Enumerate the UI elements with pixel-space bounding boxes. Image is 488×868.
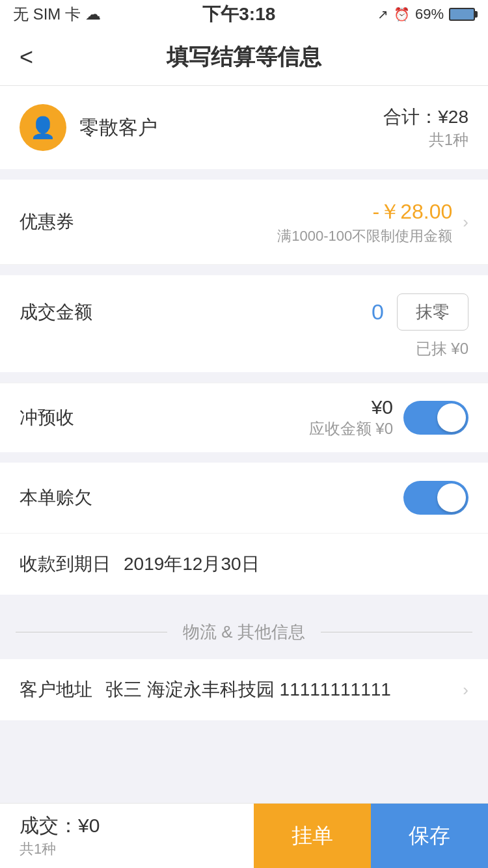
coupon-chevron-icon: ›: [463, 212, 468, 232]
status-time: 下午3:18: [202, 2, 275, 27]
pre-receive-label: 冲预收: [20, 405, 74, 430]
pre-receive-value-group: ¥0 应收金额 ¥0: [309, 396, 393, 439]
coupon-value-group: -￥28.00 满1000-100不限制使用金额: [277, 198, 452, 246]
debt-section: 本单赊欠 收款到期日 2019年12月30日: [0, 463, 488, 595]
logistics-divider: 物流 & 其他信息: [0, 605, 488, 659]
logistics-title: 物流 & 其他信息: [183, 621, 305, 644]
bottom-deal-line: 成交：¥0: [20, 813, 234, 839]
pre-receive-main: ¥0: [309, 396, 393, 418]
pre-receive-row: 冲预收 ¥0 应收金额 ¥0: [0, 383, 488, 452]
address-chevron-icon: ›: [463, 680, 468, 700]
pre-receive-right: ¥0 应收金额 ¥0: [309, 396, 468, 439]
status-bar: 无 SIM 卡 ☁ 下午3:18 ↗ ⏰ 69%: [0, 0, 488, 29]
due-date-value: 2019年12月30日: [124, 552, 260, 576]
bottom-deal-label: 成交：: [20, 815, 78, 836]
coupon-right: -￥28.00 满1000-100不限制使用金额 ›: [277, 198, 468, 246]
content: 👤 零散客户 合计：¥28 共1种 优惠券 -￥28.00 满1000-100不…: [0, 86, 488, 798]
page-title: 填写结算等信息: [167, 42, 321, 72]
battery-icon: [449, 8, 475, 21]
round-button[interactable]: 抹零: [397, 293, 468, 331]
customer-avatar: 👤: [20, 104, 66, 151]
already-rounded-text: 已抹 ¥0: [20, 338, 468, 359]
logistics-wrapper: 物流 & 其他信息 客户地址 张三 海淀永丰科技园 11111111111 ›: [0, 605, 488, 720]
alarm-icon: ⏰: [394, 7, 410, 22]
coupon-row[interactable]: 优惠券 -￥28.00 满1000-100不限制使用金额 ›: [0, 180, 488, 265]
pre-receive-toggle[interactable]: [403, 401, 468, 435]
debt-row: 本单赊欠: [0, 463, 488, 534]
nav-bar: < 填写结算等信息: [0, 29, 488, 86]
pending-button[interactable]: 挂单: [254, 804, 371, 869]
address-value: 张三 海淀永丰科技园 11111111111: [105, 677, 463, 702]
battery-text: 69%: [415, 6, 444, 23]
avatar-icon: 👤: [30, 115, 56, 140]
deal-amount-value[interactable]: 0: [358, 299, 384, 325]
debt-toggle-knob: [437, 483, 466, 512]
customer-row[interactable]: 👤 零散客户 合计：¥28 共1种: [0, 86, 488, 169]
status-left: 无 SIM 卡 ☁: [13, 4, 101, 25]
debt-label: 本单赊欠: [20, 485, 92, 510]
back-button[interactable]: <: [20, 44, 33, 71]
deal-input-area: 0 抹零: [358, 293, 468, 331]
deal-amount-section: 成交金额 0 抹零 已抹 ¥0: [0, 275, 488, 372]
status-right: ↗ ⏰ 69%: [377, 6, 475, 23]
divider-line-left: [16, 632, 167, 632]
due-date-label: 收款到期日: [20, 552, 111, 576]
coupon-label: 优惠券: [20, 210, 74, 234]
deal-amount-label: 成交金额: [20, 300, 92, 325]
pre-receive-sub: 应收金额 ¥0: [309, 418, 393, 439]
bottom-info: 成交：¥0 共1种: [0, 813, 254, 859]
bottom-deal-value: ¥0: [78, 815, 100, 836]
bottom-bar: 成交：¥0 共1种 挂单 保存: [0, 803, 488, 868]
total-amount: 合计：¥28: [383, 105, 468, 129]
toggle-knob: [437, 403, 466, 432]
sim-status: 无 SIM 卡 ☁: [13, 4, 101, 25]
address-row[interactable]: 客户地址 张三 海淀永丰科技园 11111111111 ›: [0, 659, 488, 720]
address-label: 客户地址: [20, 677, 92, 702]
total-count: 共1种: [383, 129, 468, 150]
coupon-desc: 满1000-100不限制使用金额: [277, 226, 452, 246]
customer-total: 合计：¥28 共1种: [383, 105, 468, 150]
bottom-count: 共1种: [20, 839, 234, 859]
customer-left: 👤 零散客户: [20, 104, 157, 151]
save-button[interactable]: 保存: [371, 804, 488, 869]
deal-amount-row: 成交金额 0 抹零: [20, 293, 468, 331]
divider-line-right: [321, 632, 472, 632]
coupon-card: 优惠券 -￥28.00 满1000-100不限制使用金额 ›: [0, 180, 488, 265]
customer-name: 零散客户: [79, 115, 157, 141]
location-icon: ↗: [377, 7, 388, 22]
debt-date-row[interactable]: 收款到期日 2019年12月30日: [0, 534, 488, 595]
coupon-amount: -￥28.00: [277, 198, 452, 226]
debt-toggle[interactable]: [403, 481, 468, 515]
